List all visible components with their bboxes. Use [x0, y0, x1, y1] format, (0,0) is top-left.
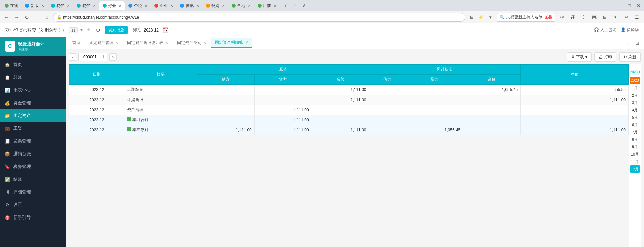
tab-close-3[interactable]: ✕: [203, 41, 206, 45]
search-text: 央视更新主持人名单: [506, 14, 542, 20]
period-month-4[interactable]: 4月: [630, 106, 640, 114]
cell-accum-debit-1: [369, 95, 406, 105]
next-page-btn[interactable]: ›: [109, 53, 117, 61]
tab-options-btn[interactable]: ⋮: [291, 2, 299, 10]
translate-btn[interactable]: 译: [568, 13, 577, 22]
maximize-pane-btn[interactable]: ⊡: [633, 39, 641, 47]
browser-tab-9[interactable]: 各地✕: [228, 1, 254, 10]
cell-accum-credit-2: [406, 105, 463, 115]
undo-btn[interactable]: ↩: [622, 13, 631, 22]
menu-btn[interactable]: ☰: [633, 13, 641, 22]
forward-btn[interactable]: →: [13, 13, 21, 21]
period-value: 2023-12: [144, 28, 159, 33]
sidebar-item-新手引导[interactable]: 🎯新手引导: [0, 211, 66, 224]
home-btn[interactable]: ⌂: [33, 13, 41, 21]
browser-tab-2[interactable]: 易代✕: [48, 1, 73, 10]
sidebar-item-首页[interactable]: 🏠首页: [0, 58, 66, 71]
calendar-icon[interactable]: 📅: [163, 27, 168, 33]
flash-btn[interactable]: ⚡: [477, 13, 485, 22]
page-tab-0[interactable]: 首页: [68, 38, 85, 48]
cell-summary-0: 上期结转: [124, 85, 197, 95]
sidebar-item-税务管理[interactable]: 🔖税务管理: [0, 160, 66, 173]
cell-orig-balance-4: 1,111.00: [312, 125, 369, 135]
period-month-2[interactable]: 2月: [630, 91, 640, 99]
period-month-11[interactable]: 11月: [630, 158, 640, 165]
th-accum-credit: 贷方: [406, 75, 463, 85]
browser-tab-10[interactable]: 目前✕: [254, 1, 280, 10]
user-avatar[interactable]: 👤 徐译华: [621, 27, 639, 33]
period-month-1[interactable]: 1月: [630, 84, 640, 91]
tab-close-1[interactable]: ✕: [115, 41, 118, 45]
browser-tab-0[interactable]: 在线: [1, 1, 21, 10]
download-btn[interactable]: ⬇ 下载 ▾: [567, 52, 592, 62]
refresh-btn[interactable]: ↻ 刷新: [619, 52, 641, 62]
th-summary: 摘要: [124, 65, 197, 85]
close-window-btn[interactable]: ✕: [635, 2, 643, 10]
reload-btn[interactable]: ↻: [23, 13, 31, 21]
browser-tab-3[interactable]: 易代✕: [73, 1, 99, 10]
sidebar-item-归档管理[interactable]: 🗄归档管理: [0, 186, 66, 198]
service-btn[interactable]: 🎧 人工咨询: [594, 27, 616, 33]
print-btn[interactable]: 🖨 打印: [594, 52, 616, 62]
browser-tab-4[interactable]: 好会✕: [99, 1, 125, 10]
sidebar-item-发票管理[interactable]: 🧾发票管理: [0, 135, 66, 147]
period-month-10[interactable]: 10月: [630, 150, 640, 158]
period-month-12[interactable]: 12月: [630, 165, 640, 173]
sidebar-item-报表中心[interactable]: 📊报表中心: [0, 84, 66, 97]
sidebar-item-设置[interactable]: ⚙设置: [0, 198, 66, 211]
cell-orig-balance-3: [312, 115, 369, 125]
shield-btn[interactable]: 🛡: [579, 13, 588, 22]
browser-tab-5[interactable]: 个税✕: [125, 1, 151, 10]
game-btn[interactable]: 🎮: [590, 13, 598, 22]
sidebar-item-工资[interactable]: 💼工资: [0, 122, 66, 135]
sidebar-logo: C 畅捷通好会计 专业版: [0, 37, 66, 56]
new-tab-btn[interactable]: +: [281, 2, 289, 10]
user-icon: 👤: [621, 27, 626, 32]
extensions-btn[interactable]: ⊞: [467, 13, 476, 22]
headset-icon: 🎧: [594, 27, 599, 32]
page-number-input[interactable]: [82, 55, 98, 59]
browser-actions: ⊞ ⚡ ▾: [467, 13, 495, 22]
sidebar-item-资金管理[interactable]: 💰资金管理: [0, 97, 66, 109]
toolbar-right: ⬇ 下载 ▾ 🖨 打印 ↻ 刷新: [567, 52, 641, 62]
tab-close-4[interactable]: ✕: [245, 40, 248, 45]
brightness-btn[interactable]: ☀: [611, 13, 620, 22]
maximize-btn[interactable]: □: [625, 2, 633, 10]
bookmark-btn[interactable]: ☆: [43, 13, 51, 21]
browser-tab-8[interactable]: 畅购✕: [203, 1, 228, 10]
header-left: 刘小艳演示账套（勿删勿动！） 11 ▾ + ⚙ 切到旧版 账期 2023-12 …: [5, 26, 168, 34]
settings-icon[interactable]: ⚙: [94, 26, 102, 34]
content-toolbar: ‹ | 1 › ⬇ 下载 ▾ 🖨 打印: [69, 52, 641, 62]
page-tab-2[interactable]: 固定资产折旧统计表✕: [123, 38, 172, 48]
search-box[interactable]: 🔍 央视更新主持人名单 热搜: [497, 13, 555, 22]
address-bar[interactable]: 🔒 https://cloud.chanjet.com/accounting/u…: [53, 13, 465, 22]
tab-close-2[interactable]: ✕: [165, 41, 168, 45]
period-month-8[interactable]: 8月: [630, 136, 640, 143]
period-month-6[interactable]: 6月: [630, 121, 640, 128]
dropdown-icon[interactable]: ▾: [80, 28, 83, 33]
browser-tab-7[interactable]: 腾讯✕: [177, 1, 202, 10]
period-month-3[interactable]: 3月: [630, 99, 640, 106]
period-year-2023[interactable]: 2023: [630, 77, 640, 84]
sidebar-item-总账[interactable]: 📋总账: [0, 71, 66, 84]
prev-page-btn[interactable]: ‹: [69, 53, 76, 61]
sidebar-item-结账[interactable]: ✅结账: [0, 173, 66, 186]
sidebar-item-进销台账[interactable]: 📦进销台账: [0, 147, 66, 160]
selected-period-year[interactable]: 2023.12: [630, 70, 640, 75]
switch-version-btn[interactable]: 切到旧版: [105, 26, 128, 34]
minimize-btn[interactable]: ─: [616, 2, 624, 10]
minimize-pane-btn[interactable]: ─: [624, 39, 632, 47]
grid-btn[interactable]: ⊞: [600, 13, 609, 22]
page-tab-3[interactable]: 固定资产类别✕: [173, 38, 210, 48]
browser-tab-1[interactable]: 新版✕: [22, 1, 47, 10]
period-month-7[interactable]: 7月: [630, 128, 640, 136]
back-btn[interactable]: ←: [3, 13, 11, 21]
period-month-9[interactable]: 9月: [630, 143, 640, 150]
browser-tab-6[interactable]: 企业✕: [151, 1, 176, 10]
page-tab-4[interactable]: 固定资产明细账✕: [211, 38, 252, 48]
dropdown-btn[interactable]: ▾: [486, 13, 495, 22]
period-month-5[interactable]: 5月: [630, 114, 640, 121]
scissors-btn[interactable]: ✂: [557, 13, 566, 22]
page-tab-1[interactable]: 固定资产管理✕: [85, 38, 122, 48]
sidebar-item-固定资产[interactable]: 📁固定资产: [0, 109, 66, 122]
